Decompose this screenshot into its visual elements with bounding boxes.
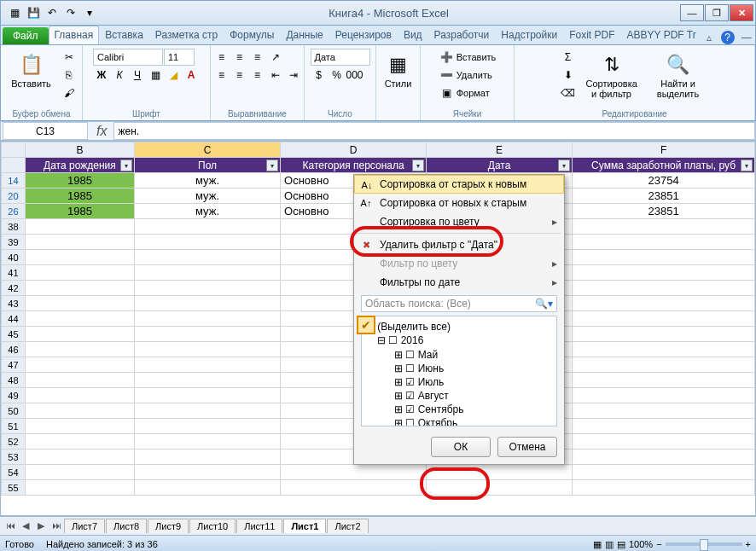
tab-addins[interactable]: Надстройки (495, 26, 563, 44)
find-select-button[interactable]: 🔍 Найти и выделить (647, 49, 710, 102)
font-color-button[interactable]: А (183, 67, 200, 84)
row-header[interactable]: 41 (2, 265, 26, 281)
sheet-tab[interactable]: Лист9 (148, 519, 189, 533)
filter-tree-item[interactable]: ⊞ ☑ Август (365, 389, 553, 403)
tab-foxit[interactable]: Foxit PDF (563, 26, 620, 44)
cell[interactable]: 1985 (25, 188, 134, 204)
filter-dropdown-icon[interactable]: ▾ (120, 160, 132, 171)
indent-inc-icon[interactable]: ⇥ (285, 67, 302, 84)
column-header[interactable]: B (25, 142, 134, 158)
tab-view[interactable]: Вид (398, 26, 428, 44)
filter-dropdown-icon[interactable]: ▾ (266, 160, 278, 171)
tab-data[interactable]: Данные (280, 26, 329, 44)
view-normal-icon[interactable]: ▦ (593, 539, 602, 550)
fx-icon[interactable]: fx (90, 124, 113, 139)
insert-cells-icon[interactable]: ➕ (439, 49, 456, 66)
font-name-combo[interactable]: Calibri (93, 49, 163, 66)
row-header[interactable]: 48 (2, 373, 26, 388)
underline-button[interactable]: Ч (129, 67, 146, 84)
filter-dropdown-icon[interactable]: ▾ (558, 160, 570, 171)
paste-button[interactable]: 📋 Вставить (5, 49, 57, 91)
tab-review[interactable]: Рецензиров (329, 26, 398, 44)
undo-icon[interactable]: ↶ (44, 4, 61, 21)
row-header[interactable]: 49 (2, 388, 26, 403)
cell[interactable]: муж. (135, 173, 281, 188)
cell[interactable]: 1985 (25, 204, 134, 219)
filter-tree-item[interactable]: ⊞ ☐ Май (365, 348, 553, 362)
percent-icon[interactable]: % (329, 67, 346, 84)
cell[interactable]: 23754 (573, 173, 755, 188)
row-header[interactable]: 47 (2, 357, 26, 373)
row-header[interactable]: 54 (2, 465, 26, 480)
zoom-level[interactable]: 100% (629, 539, 653, 549)
align-right-icon[interactable]: ≡ (249, 67, 266, 84)
align-bot-icon[interactable]: ≡ (249, 49, 266, 66)
number-format-combo[interactable]: Дата (311, 49, 370, 66)
copy-icon[interactable]: ⎘ (61, 67, 78, 84)
date-filters[interactable]: Фильтры по дате▸ (354, 273, 564, 292)
file-tab[interactable]: Файл (3, 27, 49, 44)
sheet-first-icon[interactable]: ⏮ (3, 520, 17, 531)
row-header[interactable]: 51 (2, 419, 26, 434)
bold-button[interactable]: Ж (93, 67, 110, 84)
column-header[interactable]: C (135, 142, 281, 158)
table-header[interactable]: Сумма заработной платы, руб▾ (573, 158, 755, 173)
view-break-icon[interactable]: ▤ (617, 539, 625, 550)
filter-tree-item[interactable]: ⊞ ☐ Октябрь (365, 416, 553, 426)
align-top-icon[interactable]: ≡ (213, 49, 230, 66)
column-header[interactable]: F (573, 142, 755, 158)
zoom-in-icon[interactable]: + (746, 539, 751, 549)
cell[interactable]: муж. (135, 204, 281, 219)
sort-old-to-new[interactable]: A↓ Сортировка от старых к новым (354, 175, 564, 194)
row-header[interactable]: 50 (2, 403, 26, 419)
orientation-icon[interactable]: ↗ (267, 49, 284, 66)
currency-icon[interactable]: $ (311, 67, 328, 84)
row-header[interactable]: 46 (2, 342, 26, 357)
sort-new-to-old[interactable]: A↑ Сортировка от новых к старым (354, 194, 564, 212)
sort-filter-button[interactable]: ⇅ Сортировка и фильтр (580, 49, 643, 102)
filter-value-tree[interactable]: ▣ (Выделить все) ⊟ ☐ 2016 ⊞ ☐ Май⊞ ☐ Июн… (361, 316, 557, 426)
sort-by-color[interactable]: Сортировка по цвету▸ (354, 212, 564, 231)
table-header[interactable]: Дата▾ (427, 158, 573, 173)
clear-icon[interactable]: ⌫ (560, 84, 577, 102)
zoom-out-icon[interactable]: − (656, 539, 661, 549)
align-center-icon[interactable]: ≡ (231, 67, 248, 84)
row-header[interactable]: 40 (2, 250, 26, 265)
cut-icon[interactable]: ✂ (61, 49, 78, 66)
help-icon[interactable]: ? (721, 31, 735, 44)
minimize-button[interactable]: — (680, 4, 704, 21)
sheet-tab[interactable]: Лист11 (236, 519, 282, 533)
sheet-next-icon[interactable]: ▶ (34, 520, 48, 531)
format-cells-icon[interactable]: ▣ (439, 84, 456, 102)
table-header[interactable]: Пол▾ (135, 158, 281, 173)
zoom-slider[interactable] (666, 542, 742, 546)
tab-page-layout[interactable]: Разметка стр (149, 26, 224, 44)
row-header[interactable]: 55 (2, 480, 26, 496)
minimize-ribbon-icon[interactable]: ▵ (702, 31, 716, 44)
row-header[interactable]: 43 (2, 296, 26, 311)
row-header[interactable]: 44 (2, 311, 26, 327)
fill-color-button[interactable]: ◢ (165, 67, 182, 84)
filter-tree-item[interactable]: ⊞ ☑ Июль (365, 375, 553, 389)
sheet-tab[interactable]: Лист10 (189, 519, 236, 533)
delete-cells-icon[interactable]: ➖ (439, 67, 456, 84)
tab-developer[interactable]: Разработчи (428, 26, 496, 44)
ok-button[interactable]: ОК (431, 437, 491, 457)
tab-insert[interactable]: Вставка (99, 26, 149, 44)
row-header[interactable]: 38 (2, 219, 26, 235)
row-header[interactable]: 42 (2, 281, 26, 296)
sheet-tab[interactable]: Лист2 (327, 519, 368, 533)
row-header[interactable]: 26 (2, 204, 26, 219)
styles-button[interactable]: ▦ Стили (379, 49, 418, 91)
sheet-tab[interactable]: Лист8 (106, 519, 147, 533)
cell[interactable]: 23851 (573, 204, 755, 219)
sheet-prev-icon[interactable]: ◀ (19, 520, 32, 531)
table-header[interactable]: Дата рождения▾ (25, 158, 134, 173)
tab-abbyy[interactable]: ABBYY PDF Tr (621, 26, 702, 44)
clear-filter[interactable]: ✖ Удалить фильтр с "Дата" (354, 235, 564, 254)
comma-icon[interactable]: 000 (346, 67, 363, 84)
view-layout-icon[interactable]: ▥ (605, 539, 614, 550)
italic-button[interactable]: К (111, 67, 128, 84)
table-header[interactable]: Категория персонала▾ (281, 158, 427, 173)
sheet-last-icon[interactable]: ⏭ (49, 520, 63, 531)
